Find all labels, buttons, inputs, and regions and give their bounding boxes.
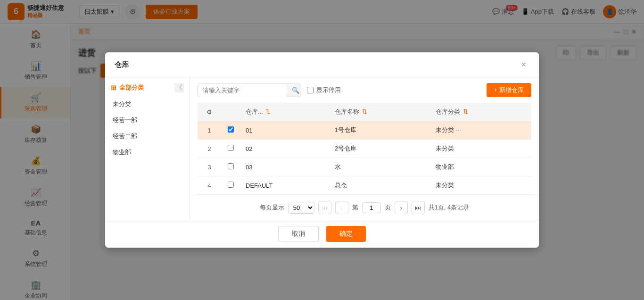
col-code[interactable]: 仓库... ⇅: [240, 103, 329, 121]
row-code: DEFAULT: [240, 176, 329, 195]
row-code: 01: [240, 121, 329, 140]
per-page-label: 每页显示: [260, 203, 284, 212]
warehouse-table: ⚙ 仓库... ⇅ 仓库名称 ⇅: [198, 103, 531, 195]
row-name: 水: [329, 158, 430, 176]
row-category: 未分类: [430, 176, 531, 195]
row-checkbox[interactable]: [221, 121, 240, 140]
page-input[interactable]: [362, 202, 381, 213]
modal-overlay: 仓库 × ⊞ 全部分类 《 未分类 经营一部 经营二部 物业部: [0, 0, 644, 300]
row-category: 未分类 ···: [430, 121, 531, 140]
row-actions[interactable]: ···: [456, 126, 461, 133]
col-checkbox: [221, 103, 240, 121]
row-name: 总仓: [329, 176, 430, 195]
category-title-label: 全部分类: [119, 83, 144, 92]
row-no: 3: [198, 158, 221, 176]
show-disabled-label: 显示停用: [316, 86, 341, 94]
table-row[interactable]: 4 DEFAULT 总仓 未分类: [198, 176, 531, 195]
cancel-button[interactable]: 取消: [278, 226, 319, 242]
row-name: 2号仓库: [329, 140, 430, 158]
modal-header: 仓库 ×: [105, 52, 539, 77]
page-label: 第: [352, 203, 358, 212]
add-warehouse-button[interactable]: + 新增仓库: [487, 83, 531, 97]
row-checkbox[interactable]: [221, 176, 240, 195]
row-code: 03: [240, 158, 329, 176]
confirm-button[interactable]: 确定: [326, 226, 366, 242]
modal-body: ⊞ 全部分类 《 未分类 经营一部 经营二部 物业部 🔍: [105, 77, 539, 220]
table-toolbar: 🔍 显示停用 + 新增仓库: [190, 77, 539, 103]
table-row[interactable]: 3 03 水 物业部: [198, 158, 531, 176]
row-no: 2: [198, 140, 221, 158]
category-title[interactable]: ⊞ 全部分类: [111, 83, 144, 92]
table-panel: 🔍 显示停用 + 新增仓库 ⚙: [190, 77, 539, 220]
col-name-sort-icon: ⇅: [362, 108, 367, 115]
col-name-label: 仓库名称: [335, 108, 359, 115]
category-item-dept2[interactable]: 经营二部: [105, 128, 190, 144]
col-name[interactable]: 仓库名称 ⇅: [329, 103, 430, 121]
col-code-sort-icon: ⇅: [265, 108, 271, 115]
last-page-btn[interactable]: ⏭: [412, 201, 425, 214]
category-item-property[interactable]: 物业部: [105, 144, 190, 160]
show-disabled-area: 显示停用: [307, 86, 341, 94]
first-page-btn[interactable]: ⏮: [318, 201, 331, 214]
row-checkbox[interactable]: [221, 158, 240, 176]
modal-title: 仓库: [115, 60, 129, 69]
row-category: 物业部: [430, 158, 531, 176]
category-header: ⊞ 全部分类 《: [105, 83, 190, 96]
show-disabled-checkbox[interactable]: [307, 87, 314, 93]
row-checkbox[interactable]: [221, 140, 240, 158]
col-code-label: 仓库...: [246, 108, 263, 115]
category-item-dept1[interactable]: 经营一部: [105, 112, 190, 128]
prev-page-btn[interactable]: ‹: [335, 201, 348, 214]
category-panel: ⊞ 全部分类 《 未分类 经营一部 经营二部 物业部: [105, 77, 190, 220]
row-name: 1号仓库: [329, 121, 430, 140]
col-settings[interactable]: ⚙: [198, 103, 221, 121]
row-category: 未分类: [430, 140, 531, 158]
col-category[interactable]: 仓库分类 ⇅: [430, 103, 531, 121]
search-box: 🔍: [198, 83, 301, 97]
next-page-btn[interactable]: ›: [395, 201, 408, 214]
per-page-select[interactable]: 50 10 20 100: [288, 202, 314, 214]
col-category-sort-icon: ⇅: [463, 108, 468, 115]
page-suffix: 页: [385, 203, 391, 212]
row-code: 02: [240, 140, 329, 158]
modal-close-button[interactable]: ×: [518, 59, 529, 70]
row-no: 1: [198, 121, 221, 140]
total-info: 共1页, 4条记录: [429, 203, 470, 212]
modal-footer: 取消 确定: [105, 220, 539, 248]
search-input[interactable]: [198, 84, 287, 97]
search-icon[interactable]: 🔍: [287, 84, 301, 97]
data-table: ⚙ 仓库... ⇅ 仓库名称 ⇅: [190, 103, 539, 195]
table-row[interactable]: 2 02 2号仓库 未分类: [198, 140, 531, 158]
collapse-button[interactable]: 《: [174, 83, 184, 92]
pagination: 每页显示 50 10 20 100 ⏮ ‹ 第 页 › ⏭ 共1页, 4条记录: [190, 195, 539, 220]
category-item-unclassified[interactable]: 未分类: [105, 96, 190, 112]
grid-icon: ⊞: [111, 84, 116, 92]
row-no: 4: [198, 176, 221, 195]
warehouse-modal: 仓库 × ⊞ 全部分类 《 未分类 经营一部 经营二部 物业部: [105, 52, 539, 248]
col-category-label: 仓库分类: [436, 108, 460, 115]
table-row[interactable]: 1 01 1号仓库 未分类 ···: [198, 121, 531, 140]
